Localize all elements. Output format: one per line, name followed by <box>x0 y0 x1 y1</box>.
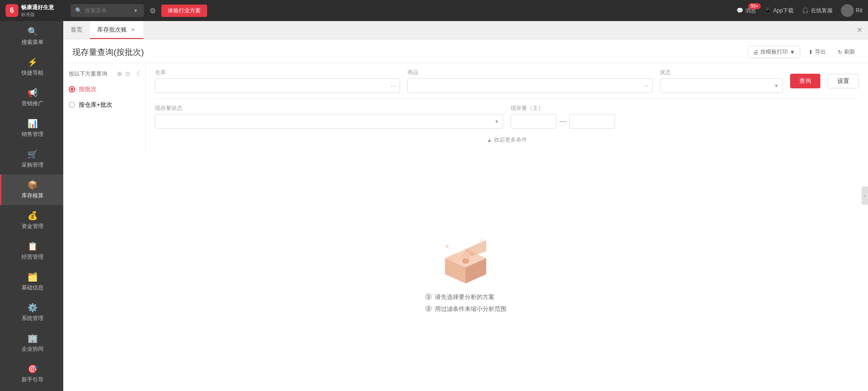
menu-search-bar[interactable]: 🔍 ▼ <box>71 4 144 17</box>
user-name: Rit <box>856 7 863 14</box>
svg-text:✧: ✧ <box>479 237 484 244</box>
edition-label: 标准版 <box>21 11 54 18</box>
sidebar-item-app-center[interactable]: 📱 应用中心 <box>0 389 63 391</box>
sidebar-item-inventory[interactable]: 📦 库存核算 <box>0 174 63 205</box>
print-chevron-icon: ▼ <box>790 49 795 55</box>
settings-btn[interactable]: 设置 <box>828 74 859 88</box>
sidebar-item-quick-nav[interactable]: ⚡ 快捷导航 <box>0 52 63 82</box>
sidebar-item-marketing[interactable]: 📢 营销推广 <box>0 82 63 113</box>
add-scheme-icon[interactable]: ⊕ <box>117 70 122 77</box>
tip-text-2: 用过滤条件来缩小分析范围 <box>435 305 506 313</box>
filter-row-1: 仓库 ··· 商品 ··· <box>155 69 859 93</box>
sidebar-label-marketing: 营销推广 <box>22 100 44 108</box>
tab-close-batch-account[interactable]: ✕ <box>130 26 136 34</box>
collapse-scheme-icon[interactable]: 《 <box>133 70 140 78</box>
main-layout: 🔍 搜索菜单 ⚡ 快捷导航 📢 营销推广 📊 销售管理 🛒 采购管理 📦 库存核… <box>0 21 868 391</box>
tab-bar: 首页库存批次账✕✕ <box>63 21 868 39</box>
tab-label-batch-account: 库存批次账 <box>97 26 127 34</box>
header-center: 🔍 ▼ ⚙ 体验行业方案 <box>65 4 736 17</box>
settings-scheme-icon[interactable]: ⊙ <box>125 70 131 77</box>
svg-text:✦: ✦ <box>444 243 450 250</box>
user-menu[interactable]: Rit <box>841 4 863 17</box>
experience-btn[interactable]: 体验行业方案 <box>161 5 207 17</box>
svg-point-6 <box>462 258 469 264</box>
refresh-btn[interactable]: ↻ 刷新 <box>834 46 859 58</box>
query-btn[interactable]: 查询 <box>790 74 820 88</box>
sidebar-icon-enterprise: 🏢 <box>27 333 38 343</box>
stock-main-from[interactable] <box>511 114 556 129</box>
product-label: 商品 <box>407 69 653 76</box>
sidebar-item-sales[interactable]: 📊 销售管理 <box>0 113 63 144</box>
stock-status-chevron-icon: ▼ <box>494 119 499 124</box>
warehouse-input-wrap[interactable]: ··· <box>155 78 400 93</box>
sidebar-icon-inventory: 📦 <box>27 180 38 190</box>
warehouse-input[interactable] <box>159 82 389 89</box>
messages-btn[interactable]: 💬 消息 99+ <box>736 7 756 15</box>
sidebar-label-operation: 经营管理 <box>22 253 44 261</box>
sidebar-icon-finance: 💰 <box>27 211 38 221</box>
product-dots[interactable]: ··· <box>643 82 649 89</box>
refresh-icon: ↻ <box>838 49 842 55</box>
scheme-header: 按以下方案查询 ⊕ ⊙ 《 <box>63 68 145 81</box>
sidebar-label-finance: 资金管理 <box>22 223 44 230</box>
user-avatar <box>841 4 854 17</box>
phone-icon: 📱 <box>764 7 771 14</box>
stock-status-label: 现存量状态 <box>155 104 503 112</box>
sidebar-icon-purchase: 🛒 <box>27 149 38 159</box>
scheme-item-by-batch[interactable]: 按批次 <box>63 81 145 97</box>
sidebar-item-purchase[interactable]: 🛒 采购管理 <box>0 144 63 174</box>
sidebar-label-system: 系统管理 <box>22 315 44 322</box>
tab-label-home: 首页 <box>71 26 82 34</box>
sidebar-item-enterprise[interactable]: 🏢 企业协同 <box>0 328 63 358</box>
sidebar-item-finance[interactable]: 💰 资金管理 <box>0 205 63 236</box>
tab-home[interactable]: 首页 <box>63 21 90 39</box>
product-input-wrap[interactable]: ··· <box>407 78 653 93</box>
warehouse-dots[interactable]: ··· <box>391 82 396 89</box>
sidebar-label-basic: 基础信息 <box>22 284 44 292</box>
product-input[interactable] <box>412 82 642 89</box>
sidebar-item-system[interactable]: ⚙️ 系统管理 <box>0 297 63 328</box>
scheme-header-label: 按以下方案查询 <box>69 70 107 78</box>
headset-icon: 🎧 <box>802 7 809 14</box>
tab-bar-right: ✕ <box>857 26 868 34</box>
sidebar-item-operation[interactable]: 📋 经营管理 <box>0 236 63 266</box>
page-title: 现存量查询(按批次) <box>72 47 144 58</box>
stock-status-filter: 现存量状态 ▼ <box>155 104 503 129</box>
export-btn[interactable]: ⬆ 导出 <box>805 46 830 58</box>
collapse-label: 收起更多条件 <box>494 136 527 144</box>
page-content: 现存量查询(按批次) 🖨 按模板打印 ▼ ⬆ 导出 ↻ 刷新 <box>63 39 868 391</box>
right-handle[interactable]: › <box>862 186 868 205</box>
sidebar-icon-basic: 🗂️ <box>27 272 38 282</box>
empty-tips: 1 请先选择要分析的方案 2 用过滤条件来缩小分析范围 <box>425 293 506 313</box>
tip-num-1: 1 <box>425 293 432 300</box>
sidebar: 🔍 搜索菜单 ⚡ 快捷导航 📢 营销推广 📊 销售管理 🛒 采购管理 📦 库存核… <box>0 21 63 391</box>
print-btn[interactable]: 🖨 按模板打印 ▼ <box>748 46 800 58</box>
app-logo: 6 畅康通好生意 标准版 <box>5 4 65 18</box>
close-all-tabs-btn[interactable]: ✕ <box>857 26 863 34</box>
tab-batch-account[interactable]: 库存批次账✕ <box>90 21 143 39</box>
menu-search-input[interactable] <box>85 7 131 14</box>
sidebar-icon-quick-nav: ⚡ <box>27 57 38 67</box>
empty-illustration: ✦ ✧ <box>436 231 495 286</box>
stock-status-select[interactable]: ▼ <box>155 114 503 129</box>
content-area: 首页库存批次账✕✕ 现存量查询(按批次) 🖨 按模板打印 ▼ ⬆ 导出 <box>63 21 868 391</box>
collapse-row[interactable]: ▲ 收起更多条件 <box>155 134 859 147</box>
status-select[interactable]: ▼ <box>660 78 783 93</box>
settings-icon[interactable]: ⚙ <box>148 5 158 17</box>
sidebar-nav: 🔍 搜索菜单 ⚡ 快捷导航 📢 营销推广 📊 销售管理 🛒 采购管理 📦 库存核… <box>0 21 63 391</box>
sidebar-item-search[interactable]: 🔍 搜索菜单 <box>0 21 63 52</box>
app-download-btn[interactable]: 📱 App下载 <box>764 7 794 15</box>
scheme-item-by-warehouse-batch[interactable]: 按仓库+批次 <box>63 97 145 113</box>
page-actions: 🖨 按模板打印 ▼ ⬆ 导出 ↻ 刷新 <box>748 46 859 58</box>
stock-main-to-input[interactable] <box>573 118 650 125</box>
scheme-items: 按批次 按仓库+批次 <box>63 81 145 113</box>
logo-icon: 6 <box>5 4 18 17</box>
filter-row-2: 现存量状态 ▼ 现存量（主） <box>155 104 859 129</box>
sidebar-item-basic[interactable]: 🗂️ 基础信息 <box>0 266 63 297</box>
stock-main-to[interactable] <box>569 114 615 129</box>
scheme-radio-by-batch <box>69 86 75 92</box>
online-service-btn[interactable]: 🎧 在线客服 <box>802 7 833 15</box>
stock-main-filter: 现存量（主） — <box>511 104 859 129</box>
sidebar-item-newcomer[interactable]: 🎯 新手引导 <box>0 358 63 389</box>
sidebar-icon-newcomer: 🎯 <box>27 364 38 374</box>
